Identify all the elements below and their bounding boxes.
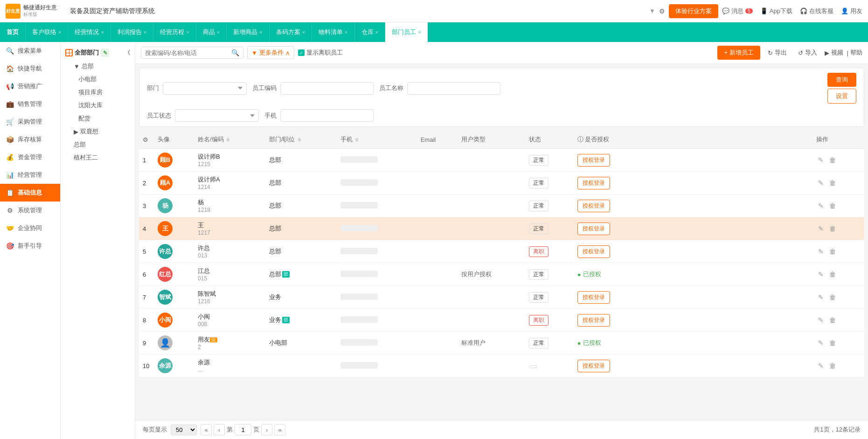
close-icon[interactable]: × [302, 29, 305, 35]
filter-empcode-input[interactable] [280, 82, 374, 95]
sidebar-item-collab[interactable]: 🤝 企业协同 [0, 219, 60, 237]
dept-edit-icon[interactable]: ✎ [101, 49, 109, 57]
prev-page-btn[interactable]: ‹ [214, 424, 225, 435]
delete-btn[interactable]: 🗑 [827, 315, 838, 325]
close-icon[interactable]: × [259, 29, 262, 35]
close-icon[interactable]: × [345, 29, 347, 35]
gear-icon[interactable]: ⚙ [659, 7, 665, 15]
user-action[interactable]: 👤 用友 [841, 7, 862, 15]
trial-btn[interactable]: 体验行业方案 [669, 4, 718, 18]
edit-btn[interactable]: ✎ [816, 315, 826, 325]
sidebar-item-guide[interactable]: 🎯 新手引导 [0, 237, 60, 255]
tab-history[interactable]: 经营历程× [153, 22, 196, 42]
col-name-code[interactable]: 姓名/编码 [194, 131, 265, 149]
filter-dept-select[interactable] [163, 82, 247, 95]
sidebar-item-purchase[interactable]: 🛒 采购管理 [0, 113, 60, 131]
edit-btn[interactable]: ✎ [816, 201, 826, 210]
edit-btn[interactable]: ✎ [816, 155, 826, 165]
auth-btn[interactable]: 授权登录 [577, 360, 610, 372]
auth-btn[interactable]: 授权登录 [577, 245, 610, 258]
delete-btn[interactable]: 🗑 [827, 178, 838, 188]
last-page-btn[interactable]: » [274, 424, 285, 435]
sidebar-item-system[interactable]: ⚙ 系统管理 [0, 202, 60, 219]
sidebar-search[interactable]: 🔍 搜索菜单 [0, 42, 60, 60]
delete-btn[interactable]: 🗑 [827, 201, 838, 210]
filter-status-select[interactable] [175, 109, 259, 122]
delete-btn[interactable]: 🗑 [827, 361, 838, 370]
query-btn[interactable]: 查询 [827, 73, 856, 87]
sidebar-item-marketing[interactable]: 📢 营销推广 [0, 77, 60, 95]
next-page-btn[interactable]: › [261, 424, 272, 435]
dropdown-arrow-icon[interactable]: ▼ [649, 7, 655, 14]
sidebar-item-quicknav[interactable]: 🏠 快捷导航 [0, 60, 60, 77]
dept-node-zongbu[interactable]: 总部 [61, 138, 135, 151]
auth-btn[interactable]: 授权登录 [577, 314, 610, 327]
col-dept-pos[interactable]: 部门/职位 [265, 131, 337, 149]
tab-barcode[interactable]: 条码方案× [270, 22, 312, 42]
tab-warehouse[interactable]: 仓库× [355, 22, 385, 42]
col-settings[interactable]: ⚙ [139, 131, 154, 149]
search-input[interactable] [145, 49, 229, 56]
dept-node-shuanglu[interactable]: ▶ 双鹿想 [61, 125, 135, 138]
tab-customers[interactable]: 客户联络× [26, 22, 68, 42]
first-page-btn[interactable]: « [201, 424, 212, 435]
online-service-action[interactable]: 🎧 在线客服 [800, 7, 833, 15]
dept-node-shenyang[interactable]: 沈阳大库 [61, 99, 135, 112]
edit-btn[interactable]: ✎ [816, 361, 826, 370]
dept-node-zongbu-root[interactable]: ▼ 总部 [61, 60, 135, 73]
edit-btn[interactable]: ✎ [816, 293, 826, 302]
delete-btn[interactable]: 🗑 [827, 338, 838, 348]
sidebar-item-finance[interactable]: 💰 资金管理 [0, 148, 60, 166]
tab-dept-staff[interactable]: 部门员工× [385, 22, 428, 42]
tab-bom[interactable]: 物料清单× [312, 22, 354, 42]
close-icon[interactable]: × [375, 29, 378, 35]
tab-profit[interactable]: 利润报告× [111, 22, 153, 42]
sidebar-item-sales[interactable]: 💼 销售管理 [0, 95, 60, 113]
delete-btn[interactable]: 🗑 [827, 247, 838, 256]
sidebar-item-operations[interactable]: 📊 经营管理 [0, 166, 60, 184]
auth-btn[interactable]: 授权登录 [577, 177, 610, 189]
auth-btn[interactable]: 授权登录 [577, 200, 610, 212]
tab-add-goods[interactable]: 新增商品× [227, 22, 269, 42]
edit-btn[interactable]: ✎ [816, 224, 826, 233]
delete-btn[interactable]: 🗑 [827, 155, 838, 165]
sidebar-item-basic-info[interactable]: 📋 基础信息 [0, 184, 60, 202]
delete-btn[interactable]: 🗑 [827, 270, 838, 279]
tab-operations[interactable]: 经营情况× [68, 22, 111, 42]
edit-btn[interactable]: ✎ [816, 178, 826, 188]
per-page-select[interactable]: 50 100 [171, 425, 197, 435]
import-btn[interactable]: ↺ 导入 [794, 47, 821, 59]
auth-btn[interactable]: 授权登录 [577, 154, 610, 167]
close-icon[interactable]: × [186, 29, 189, 35]
dept-node-peihuo[interactable]: 配货 [61, 112, 135, 125]
tab-goods[interactable]: 商品× [196, 22, 227, 42]
more-filter-btn[interactable]: ▼ 更多条件 ∧ [247, 46, 294, 59]
auth-btn[interactable]: 授权登录 [577, 223, 610, 235]
edit-btn[interactable]: ✎ [816, 247, 826, 256]
close-icon[interactable]: × [101, 29, 104, 35]
show-resigned-toggle[interactable]: ✓ 显示离职员工 [298, 49, 343, 57]
close-icon[interactable]: × [144, 29, 146, 35]
edit-btn[interactable]: ✎ [816, 270, 826, 279]
edit-btn[interactable]: ✎ [816, 338, 826, 348]
dept-node-project[interactable]: 项目库房 [61, 86, 135, 99]
dept-node-zhicun[interactable]: 植村王二 [61, 151, 135, 164]
close-icon[interactable]: × [418, 29, 421, 35]
export-btn[interactable]: ↻ 导出 [764, 47, 791, 59]
col-phone[interactable]: 手机 [337, 131, 417, 149]
message-action[interactable]: 💬 消息 5 [722, 7, 753, 15]
delete-btn[interactable]: 🗑 [827, 293, 838, 302]
dept-node-xiaodian[interactable]: 小电部 [61, 73, 135, 86]
dept-collapse-icon[interactable]: 《 [125, 49, 130, 57]
filter-phone-input[interactable] [280, 109, 374, 122]
close-icon[interactable]: × [58, 29, 61, 35]
add-employee-btn[interactable]: + 新增员工 [717, 46, 760, 60]
auth-btn[interactable]: 授权登录 [577, 291, 610, 304]
tab-home[interactable]: 首页 [0, 22, 26, 42]
search-icon[interactable]: 🔍 [231, 49, 239, 56]
sidebar-item-inventory[interactable]: 📦 库存核算 [0, 131, 60, 148]
delete-btn[interactable]: 🗑 [827, 224, 838, 233]
view-btn[interactable]: ▶ 视频 [825, 49, 843, 57]
filter-empname-input[interactable] [407, 82, 500, 95]
set-btn[interactable]: 设置 [827, 89, 856, 104]
